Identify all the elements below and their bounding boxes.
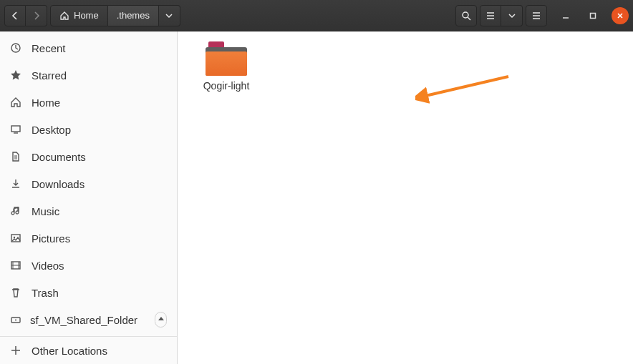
search-button[interactable] <box>455 5 477 26</box>
chevron-left-icon <box>11 11 19 20</box>
sidebar-item-recent[interactable]: Recent <box>0 34 177 62</box>
pathbar: Home .themes <box>50 5 180 26</box>
close-icon <box>617 12 624 19</box>
home-icon <box>59 11 69 21</box>
annotation-arrow <box>415 71 516 107</box>
sidebar-item-label: Pictures <box>32 232 70 245</box>
sidebar-item-label: Other Locations <box>32 345 107 357</box>
sidebar-item-label: Music <box>32 205 59 217</box>
sidebar-item-label: Home <box>32 97 60 109</box>
music-icon <box>10 205 23 217</box>
path-segment-label: .themes <box>117 10 150 21</box>
sidebar-item-videos[interactable]: Videos <box>0 252 177 279</box>
sidebar-item-label: Downloads <box>32 178 84 190</box>
plus-icon <box>10 345 23 356</box>
sidebar-item-label: Documents <box>32 151 86 163</box>
sidebar-item-starred[interactable]: Starred <box>0 62 177 89</box>
pictures-icon <box>10 232 23 244</box>
svg-rect-3 <box>11 126 20 132</box>
window-close-button[interactable] <box>612 7 629 24</box>
sidebar-item-downloads[interactable]: Downloads <box>0 170 177 197</box>
svg-rect-1 <box>591 13 596 18</box>
trash-icon <box>10 287 23 298</box>
sidebar-item-label: Videos <box>32 260 64 272</box>
chevron-down-icon <box>508 12 516 19</box>
sidebar-item-label: sf_VM_Shared_Folder <box>30 314 137 326</box>
shared-icon <box>10 314 21 325</box>
path-dropdown-button[interactable] <box>159 5 180 26</box>
sidebar-item-documents[interactable]: Documents <box>0 143 177 170</box>
sidebar-other-locations[interactable]: Other Locations <box>0 337 177 364</box>
hamburger-icon <box>531 11 541 21</box>
recent-icon <box>10 42 23 54</box>
svg-point-0 <box>463 12 468 18</box>
sidebar-item-trash[interactable]: Trash <box>0 279 177 306</box>
documents-icon <box>10 151 23 162</box>
starred-icon <box>10 69 23 81</box>
chevron-down-icon <box>165 12 173 19</box>
chevron-right-icon <box>32 11 41 20</box>
nav-back-forward-group <box>4 5 47 26</box>
view-list-button[interactable] <box>480 5 501 26</box>
maximize-icon <box>589 12 596 19</box>
eject-button[interactable] <box>155 312 167 328</box>
search-icon <box>461 11 471 21</box>
sidebar-item-label: Desktop <box>32 124 71 136</box>
sidebar-item-label: Recent <box>32 42 66 54</box>
folder-item[interactable]: Qogir-light <box>192 41 261 92</box>
sidebar-item-desktop[interactable]: Desktop <box>0 116 177 143</box>
sidebar-item-music[interactable]: Music <box>0 197 177 225</box>
content-area[interactable]: Qogir-light <box>178 31 633 364</box>
hamburger-menu-button[interactable] <box>526 5 547 26</box>
view-options-button[interactable] <box>501 5 523 26</box>
window-maximize-button[interactable] <box>584 7 601 24</box>
nav-forward-button[interactable] <box>26 5 47 26</box>
eject-icon <box>158 316 165 323</box>
headerbar: Home .themes <box>0 0 633 31</box>
window-minimize-button[interactable] <box>557 7 574 24</box>
videos-icon <box>10 260 23 271</box>
folder-icon <box>206 41 247 76</box>
nav-back-button[interactable] <box>4 5 26 26</box>
desktop-icon <box>10 124 23 135</box>
list-icon <box>485 11 496 21</box>
sidebar-item-label: Trash <box>32 287 59 299</box>
places-sidebar: RecentStarredHomeDesktopDocumentsDownloa… <box>0 31 178 364</box>
path-segment-label: Home <box>74 10 99 21</box>
minimize-icon <box>562 12 569 19</box>
svg-point-8 <box>15 320 16 321</box>
sidebar-item-pictures[interactable]: Pictures <box>0 225 177 252</box>
home-icon <box>10 97 23 108</box>
svg-point-5 <box>14 237 15 238</box>
view-switcher <box>480 5 523 26</box>
path-segment-current[interactable]: .themes <box>108 5 159 26</box>
folder-label: Qogir-light <box>203 80 250 92</box>
sidebar-item-shared[interactable]: sf_VM_Shared_Folder <box>0 306 177 333</box>
sidebar-item-label: Starred <box>32 69 67 82</box>
downloads-icon <box>10 178 23 190</box>
path-segment-home[interactable]: Home <box>50 5 108 26</box>
sidebar-item-home[interactable]: Home <box>0 89 177 116</box>
